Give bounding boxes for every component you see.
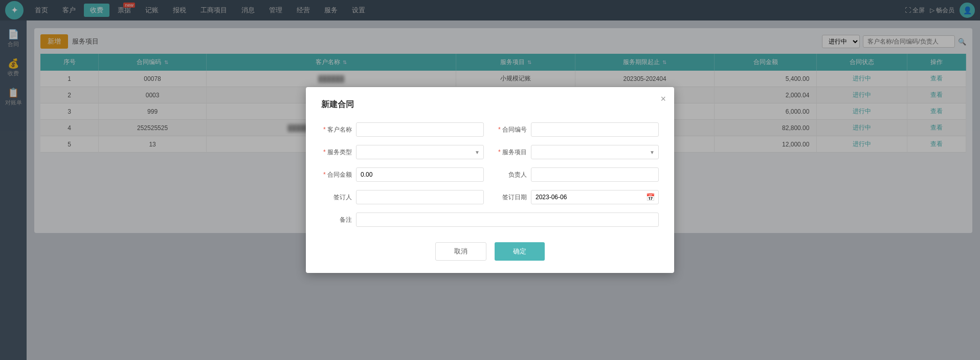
form-row-notes: 备注 (321, 213, 659, 227)
signer-label: 签订人 (321, 193, 352, 202)
amount-label: 合同金额 (321, 171, 352, 179)
sign-date-label: 签订日期 (496, 193, 527, 202)
contract-no-input[interactable] (531, 122, 659, 137)
customer-name-label: 客户名称 (321, 125, 352, 134)
form-row-service-type: 服务类型 (321, 145, 484, 159)
contract-no-label: 合同编号 (496, 125, 527, 134)
notes-label: 备注 (321, 216, 352, 224)
form-row-amount: 合同金额 0.00 (321, 167, 484, 182)
calendar-icon[interactable]: 📅 (646, 193, 655, 201)
sign-date-input[interactable] (531, 190, 659, 204)
dialog-title: 新建合同 (321, 99, 659, 110)
form-grid: 客户名称 合同编号 服务类型 服务项目 (321, 122, 659, 227)
new-contract-dialog: 新建合同 × 客户名称 合同编号 服务类型 服 (306, 87, 674, 273)
dialog-footer: 取消 确定 (321, 242, 659, 261)
form-row-service-item: 服务项目 (496, 145, 659, 159)
signer-input[interactable] (356, 190, 484, 204)
service-type-label: 服务类型 (321, 148, 352, 157)
amount-input[interactable]: 0.00 (356, 167, 484, 182)
close-icon[interactable]: × (660, 94, 666, 103)
cancel-button[interactable]: 取消 (435, 242, 486, 261)
form-row-contact: 负责人 (496, 167, 659, 182)
contact-input[interactable] (531, 167, 659, 182)
contact-label: 负责人 (496, 171, 527, 179)
service-type-select-wrapper (356, 145, 484, 159)
service-item-label: 服务项目 (496, 148, 527, 157)
form-row-customer: 客户名称 (321, 122, 484, 137)
service-item-select-wrapper (531, 145, 659, 159)
service-type-select[interactable] (356, 145, 484, 159)
customer-name-input[interactable] (356, 122, 484, 137)
modal-overlay: 新建合同 × 客户名称 合同编号 服务类型 服 (0, 0, 980, 360)
service-item-select[interactable] (531, 145, 659, 159)
form-row-sign-date: 签订日期 📅 (496, 190, 659, 204)
notes-input[interactable] (356, 213, 659, 227)
date-input-wrapper: 📅 (531, 190, 659, 204)
confirm-button[interactable]: 确定 (495, 242, 545, 261)
form-row-contract-no: 合同编号 (496, 122, 659, 137)
form-row-signer: 签订人 (321, 190, 484, 204)
